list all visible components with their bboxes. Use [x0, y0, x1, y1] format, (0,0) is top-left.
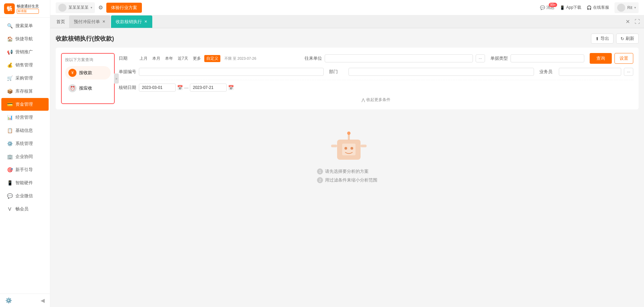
staff-dots-btn[interactable]: ···: [624, 68, 633, 76]
tab-receipt-offset[interactable]: 收款核销执行 ✕: [111, 15, 152, 28]
tab-receipt-offset-close[interactable]: ✕: [144, 19, 148, 24]
filter-option-by-receipt[interactable]: ¥ 按收款: [65, 66, 111, 80]
avatar: [58, 4, 66, 12]
page-header: 收款核销执行(按收款) ⬆ 导出 ↻ 刷新: [56, 34, 639, 44]
by-receipt-icon: ¥: [68, 69, 76, 77]
date-shortcut-more[interactable]: 更多: [192, 55, 202, 62]
sidebar-nav: 🔍 搜索菜单 🏠 快捷导航 📢 营销推广 💰 销售管理 🛒 采购管理 📦 库存核…: [0, 18, 50, 294]
tab-home[interactable]: 首页: [53, 15, 68, 28]
sidebar-item-finance[interactable]: 💳 资金管理: [1, 98, 49, 111]
sidebar-item-basic-info[interactable]: 📋 基础信息: [1, 124, 49, 137]
settings-bottom-icon[interactable]: ⚙️: [5, 297, 12, 304]
user-right-area[interactable]: Rit ▾: [614, 2, 639, 13]
message-badge: 99+: [549, 3, 557, 7]
sidebar-item-marketing[interactable]: 📢 营销推广: [1, 46, 49, 58]
filter-right: 日期 上月 本月 本年 近7天 更多 自定义 不限 至 2023-07-26 往…: [119, 53, 633, 104]
tab-prepay[interactable]: 预付冲应付单 ✕: [69, 15, 110, 28]
sidebar-item-member[interactable]: V 畅会员: [1, 203, 49, 215]
export-button[interactable]: ⬆ 导出: [591, 34, 613, 44]
tabbar: 首页 预付冲应付单 ✕ 收款核销执行 ✕ ✕ ⛶: [50, 15, 644, 28]
counterparty-input[interactable]: [325, 54, 473, 62]
filter-option-by-receivable[interactable]: ⏰ 按应收: [65, 82, 111, 95]
doc-no-label: 单据编号: [119, 69, 136, 75]
tab-close-action[interactable]: ✕: [624, 18, 631, 25]
collapse-sidebar-icon[interactable]: ◀: [41, 297, 45, 304]
refresh-button[interactable]: ↻ 刷新: [616, 34, 639, 44]
sidebar-item-wechat[interactable]: 💬 企业微信: [1, 190, 49, 202]
date-shortcut-this-year[interactable]: 本年: [164, 55, 174, 62]
date-shortcut-last-month[interactable]: 上月: [138, 55, 149, 62]
system-icon: ⚙️: [7, 141, 13, 146]
member-icon: V: [7, 206, 13, 212]
message-item[interactable]: 💬 消息 99+: [540, 5, 554, 10]
verif-date-end[interactable]: [190, 84, 227, 92]
finance-icon: 💳: [7, 102, 13, 107]
online-service-item[interactable]: 🎧 在线客服: [587, 5, 609, 10]
date-shortcut-custom[interactable]: 自定义: [204, 55, 220, 62]
service-icon: 🎧: [587, 5, 592, 10]
sidebar-item-hardware[interactable]: 📱 智能硬件: [1, 176, 49, 189]
enterprise-icon: 🏢: [7, 154, 13, 159]
filter-panel: 按以下方案查询 ¥ 按收款 ⏰ 按应收 » 日期: [56, 48, 639, 109]
online-service-label: 在线客服: [593, 5, 609, 10]
verif-row: 核销日期 📅 — 📅: [119, 80, 633, 92]
by-receipt-label: 按收款: [79, 70, 92, 76]
sidebar-bottom: ⚙️ ◀: [0, 294, 50, 307]
purchase-icon: 🛒: [7, 75, 13, 81]
page-actions: ⬆ 导出 ↻ 刷新: [591, 34, 639, 44]
tab-prepay-close[interactable]: ✕: [102, 19, 106, 24]
logo-title: 畅捷通好生意: [17, 4, 39, 8]
empty-hint-2: 2 用过滤条件来缩小分析范围: [317, 177, 377, 183]
sidebar: 畅 畅捷通好生意 标准版 🔍 搜索菜单 🏠 快捷导航 📢 营销推广 💰 销售管理…: [0, 0, 50, 307]
query-button[interactable]: 查询: [590, 53, 612, 64]
tab-receipt-offset-label: 收款核销执行: [116, 19, 142, 25]
filter-left: 按以下方案查询 ¥ 按收款 ⏰ 按应收 »: [61, 53, 115, 104]
sidebar-item-guide[interactable]: 🎯 新手引导: [1, 163, 49, 176]
counterparty-dots-btn[interactable]: ···: [476, 54, 485, 62]
content-area: 收款核销执行(按收款) ⬆ 导出 ↻ 刷新 按以下方案查询 ¥ 按收款: [50, 28, 644, 307]
date-shortcut-7days[interactable]: 近7天: [176, 55, 190, 62]
sidebar-item-enterprise[interactable]: 🏢 企业协同: [1, 150, 49, 163]
collapse-more-label: 收起更多条件: [366, 97, 390, 103]
app-download-item[interactable]: 📱 App下载: [560, 5, 581, 10]
doc-no-input[interactable]: [139, 68, 324, 76]
tabbar-right: ✕ ⛶: [624, 18, 641, 25]
filter-left-collapse-btn[interactable]: »: [114, 73, 119, 84]
tab-expand-action[interactable]: ⛶: [633, 18, 641, 25]
industry-btn[interactable]: 体验行业方案: [106, 3, 142, 13]
sidebar-item-inventory[interactable]: 📦 库存核算: [1, 85, 49, 98]
user-area[interactable]: 某某某某某 ▾: [56, 2, 95, 13]
date-unlimited-text: 不限 至 2023-07-26: [224, 56, 256, 61]
svg-point-7: [347, 132, 351, 135]
date-shortcut-this-month[interactable]: 本月: [151, 55, 162, 62]
set-button[interactable]: 设置: [614, 53, 633, 64]
verif-date-end-icon[interactable]: 📅: [228, 85, 234, 90]
operation-icon: 📊: [7, 115, 13, 120]
step-1-num: 1: [317, 168, 323, 174]
guide-icon: 🎯: [7, 167, 13, 172]
svg-point-3: [351, 147, 353, 150]
logo-icon: 畅: [4, 3, 15, 14]
sidebar-item-search-menu[interactable]: 🔍 搜索菜单: [1, 19, 49, 32]
doc-type-select[interactable]: [511, 54, 584, 62]
staff-input[interactable]: [559, 68, 621, 76]
dept-select[interactable]: [348, 68, 534, 76]
verif-date-group: 📅 — 📅: [139, 84, 234, 92]
sidebar-item-sales[interactable]: 💰 销售管理: [1, 59, 49, 71]
verif-date-start-icon[interactable]: 📅: [177, 85, 183, 90]
gear-icon[interactable]: ⚙: [98, 4, 103, 11]
sidebar-item-system[interactable]: ⚙️ 系统管理: [1, 137, 49, 150]
collapse-icon: »: [115, 77, 117, 81]
filter-actions: 查询 设置: [590, 53, 633, 64]
sidebar-item-quick-nav[interactable]: 🏠 快捷导航: [1, 33, 49, 45]
collapse-more-btn[interactable]: ⋀ 收起更多条件: [119, 96, 633, 104]
svg-rect-4: [331, 145, 337, 147]
download-icon: 📱: [560, 5, 565, 10]
verif-date-start[interactable]: [139, 84, 176, 92]
verif-date-label: 核销日期: [119, 85, 136, 91]
user-name: 某某某某某: [68, 5, 89, 10]
sidebar-item-operation[interactable]: 📊 经营管理: [1, 111, 49, 124]
empty-state: 1 请先选择要分析的方案 2 用过滤条件来缩小分析范围: [56, 109, 639, 203]
doc-type-label: 单据类型: [490, 55, 508, 61]
sidebar-item-purchase[interactable]: 🛒 采购管理: [1, 72, 49, 85]
